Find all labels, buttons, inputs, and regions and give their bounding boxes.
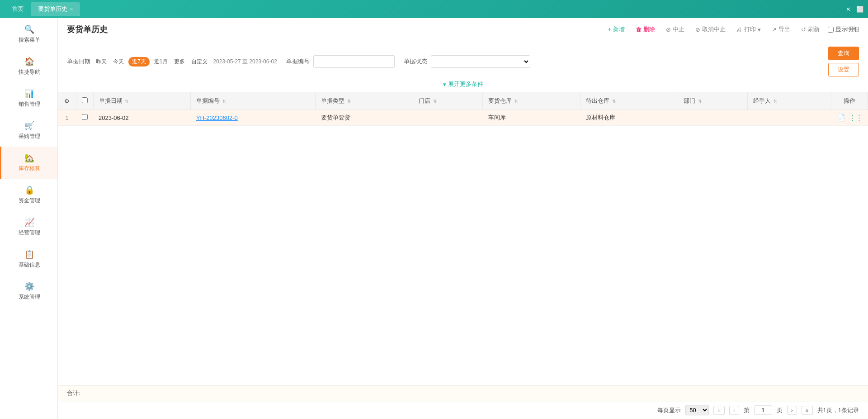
export-button[interactable]: ↗ 导出 <box>769 24 793 35</box>
refresh-button[interactable]: ↺ 刷新 <box>798 24 822 35</box>
show-detail-toggle[interactable]: 显示明细 <box>828 25 859 33</box>
col-pending-warehouse-label: 待出仓库 <box>586 97 609 104</box>
last-page-button[interactable]: » <box>802 406 813 415</box>
sidebar-item-finance-mgmt[interactable]: 🔒 资金管理 <box>0 179 57 211</box>
tab-home[interactable]: 首页 <box>5 2 31 16</box>
purchase-mgmt-icon: 🛒 <box>24 121 34 131</box>
sidebar-item-search-menu[interactable]: 🔍 搜索菜单 <box>0 18 57 50</box>
pagination-bar: 每页显示 50 100 200 « ‹ 第 页 › » 共1页，1条记录 <box>58 401 868 419</box>
sidebar-item-finance-mgmt-label: 资金管理 <box>19 197 40 205</box>
new-button[interactable]: + 新增 <box>605 24 627 35</box>
main-layout: 🔍 搜索菜单 🏠 快捷导航 📊 销售管理 🛒 采购管理 🏡 库存核算 🔒 资金管… <box>0 18 868 419</box>
page-label: 第 <box>744 406 750 414</box>
row-department <box>678 110 748 126</box>
col-store[interactable]: 门店 ⇅ <box>413 92 483 110</box>
query-button[interactable]: 查询 <box>828 47 859 60</box>
col-store-sort-icon: ⇅ <box>433 99 437 104</box>
settings-button[interactable]: 设置 <box>828 63 859 76</box>
date-btn-today[interactable]: 今天 <box>111 57 126 67</box>
export-icon: ↗ <box>772 26 777 33</box>
date-btn-1month[interactable]: 近1月 <box>152 57 170 67</box>
col-doc-type-sort-icon: ⇅ <box>347 99 351 104</box>
row-store <box>413 110 483 126</box>
row-more-icon[interactable]: ⋮⋮ <box>849 114 863 122</box>
sidebar-item-inventory-mgmt-label: 库存核算 <box>19 165 40 172</box>
row-date: 2023-06-02 <box>93 110 191 126</box>
col-doc-no[interactable]: 单据编号 ⇅ <box>191 92 316 110</box>
tab-close-icon[interactable]: × <box>70 6 73 12</box>
sidebar-item-purchase-mgmt[interactable]: 🛒 采购管理 <box>0 114 57 147</box>
col-req-warehouse-label: 要货仓库 <box>488 97 512 104</box>
sidebar-item-ops-mgmt[interactable]: 📈 经营管理 <box>0 211 57 243</box>
filter-buttons: 查询 设置 <box>828 47 859 76</box>
window-close-icon[interactable]: ✕ <box>846 6 851 13</box>
content-area: 要货单历史 + 新增 🗑 删除 ⊘ 中止 ⊘ 取消中止 🖨 打印 <box>58 18 868 419</box>
expand-more-btn[interactable]: ▾ 展开更多条件 <box>67 80 859 88</box>
col-date-label: 单据日期 <box>99 97 123 104</box>
finance-mgmt-icon: 🔒 <box>24 185 34 195</box>
date-range-display: 2023-05-27 至 2023-06-02 <box>213 58 277 66</box>
col-department[interactable]: 部门 ⇅ <box>678 92 748 110</box>
sidebar-item-inventory-mgmt[interactable]: 🏡 库存核算 <box>0 147 57 179</box>
col-handler-sort-icon: ⇅ <box>774 99 777 104</box>
delete-label: 删除 <box>643 25 655 33</box>
refresh-label: 刷新 <box>808 25 820 33</box>
page-size-select[interactable]: 50 100 200 <box>685 405 709 415</box>
prev-page-button[interactable]: ‹ <box>729 406 739 415</box>
delete-button[interactable]: 🗑 删除 <box>633 24 658 35</box>
window-maximize-icon[interactable]: ⬜ <box>856 6 863 13</box>
col-settings[interactable]: ⚙ <box>58 92 76 110</box>
export-label: 导出 <box>778 25 790 33</box>
col-actions: 操作 <box>831 92 868 110</box>
col-doc-type[interactable]: 单据类型 ⇅ <box>316 92 413 110</box>
row-doc-no[interactable]: YH-20230602-0 <box>191 110 316 126</box>
status-select[interactable] <box>431 55 530 68</box>
show-detail-checkbox[interactable] <box>828 27 834 33</box>
doc-no-input[interactable] <box>313 55 395 68</box>
date-btn-yesterday[interactable]: 昨天 <box>94 57 108 67</box>
data-table-wrapper: ⚙ 单据日期 ⇅ 单据编号 ⇅ 单据类型 <box>58 92 868 385</box>
row-checkbox[interactable] <box>82 114 88 120</box>
sidebar-item-quick-nav-label: 快捷导航 <box>19 68 40 76</box>
row-edit-icon[interactable]: 📄 <box>837 114 845 122</box>
data-table: ⚙ 单据日期 ⇅ 单据编号 ⇅ 单据类型 <box>58 92 868 126</box>
col-pending-warehouse[interactable]: 待出仓库 ⇅ <box>580 92 678 110</box>
row-doc-no-link[interactable]: YH-20230602-0 <box>196 114 238 121</box>
col-handler[interactable]: 经手人 ⇅ <box>748 92 831 110</box>
next-page-button[interactable]: › <box>787 406 797 415</box>
search-menu-icon: 🔍 <box>24 24 34 34</box>
row-num: 1 <box>58 110 76 126</box>
inventory-mgmt-icon: 🏡 <box>24 153 34 163</box>
tab-home-label: 首页 <box>12 5 24 13</box>
sidebar-item-ops-mgmt-label: 经营管理 <box>19 229 40 237</box>
page-input[interactable] <box>754 405 772 415</box>
date-btn-custom[interactable]: 自定义 <box>189 57 209 67</box>
col-store-label: 门店 <box>419 97 430 104</box>
print-icon: 🖨 <box>736 26 742 33</box>
date-btn-more[interactable]: 更多 <box>172 57 187 67</box>
stop-button[interactable]: ⊘ 中止 <box>663 24 687 35</box>
row-handler <box>748 110 831 126</box>
sidebar-item-basic-info[interactable]: 📋 基础信息 <box>0 243 57 275</box>
col-doc-type-label: 单据类型 <box>321 97 344 104</box>
sales-mgmt-icon: 📊 <box>24 89 34 99</box>
sidebar-item-sys-mgmt[interactable]: ⚙️ 系统管理 <box>0 275 57 307</box>
page-header: 要货单历史 + 新增 🗑 删除 ⊘ 中止 ⊘ 取消中止 🖨 打印 <box>58 18 868 41</box>
status-filter-group: 单据状态 <box>404 55 530 68</box>
row-doc-type: 要货单要货 <box>316 110 413 126</box>
sidebar-item-sales-mgmt[interactable]: 📊 销售管理 <box>0 82 57 114</box>
col-req-warehouse[interactable]: 要货仓库 ⇅ <box>483 92 580 110</box>
date-btn-7days[interactable]: 近7天 <box>128 57 150 67</box>
tab-requisition-history[interactable]: 要货单历史 × <box>31 2 80 16</box>
sidebar-item-quick-nav[interactable]: 🏠 快捷导航 <box>0 50 57 82</box>
first-page-button[interactable]: « <box>713 406 725 415</box>
select-all-checkbox[interactable] <box>82 97 88 103</box>
col-date[interactable]: 单据日期 ⇅ <box>93 92 191 110</box>
basic-info-icon: 📋 <box>24 249 34 259</box>
cancel-stop-button[interactable]: ⊘ 取消中止 <box>693 24 728 35</box>
print-button[interactable]: 🖨 打印 ▾ <box>734 24 764 35</box>
sys-mgmt-icon: ⚙️ <box>24 281 34 291</box>
filter-area: 单据日期 昨天 今天 近7天 近1月 更多 自定义 2023-05-27 至 2… <box>58 41 868 92</box>
tab-requisition-label: 要货单历史 <box>38 5 67 13</box>
row-actions-cell: 📄 ⋮⋮ <box>831 110 868 126</box>
